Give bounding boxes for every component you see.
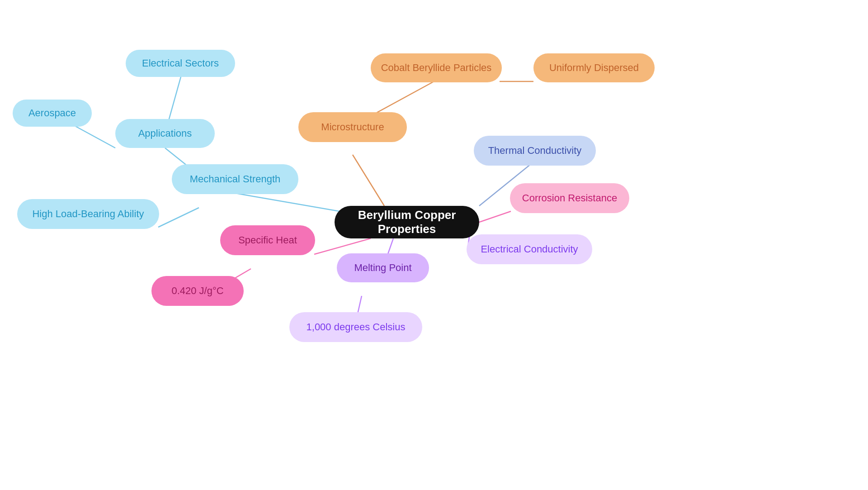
high-load-label: High Load-Bearing Ability: [32, 208, 144, 220]
svg-line-5: [353, 155, 384, 206]
mechanical-strength-label: Mechanical Strength: [190, 173, 281, 185]
center-label: Beryllium Copper Properties: [344, 208, 470, 236]
electrical-conductivity-label: Electrical Conductivity: [481, 243, 578, 255]
specific-heat-label: Specific Heat: [238, 234, 297, 246]
melting-point-value-node[interactable]: 1,000 degrees Celsius: [289, 312, 422, 342]
electrical-conductivity-node[interactable]: Electrical Conductivity: [467, 234, 592, 264]
thermal-conductivity-label: Thermal Conductivity: [488, 145, 582, 157]
electrical-sectors-node[interactable]: Electrical Sectors: [126, 50, 235, 77]
specific-heat-value-node[interactable]: 0.420 J/g°C: [151, 276, 244, 306]
specific-heat-value-label: 0.420 J/g°C: [171, 285, 223, 297]
center-node[interactable]: Beryllium Copper Properties: [335, 206, 479, 238]
svg-line-9: [479, 211, 511, 222]
electrical-sectors-label: Electrical Sectors: [142, 57, 219, 69]
specific-heat-node[interactable]: Specific Heat: [220, 225, 315, 255]
high-load-node[interactable]: High Load-Bearing Ability: [17, 199, 159, 229]
thermal-conductivity-node[interactable]: Thermal Conductivity: [474, 136, 596, 166]
microstructure-node[interactable]: Microstructure: [298, 112, 407, 142]
microstructure-label: Microstructure: [321, 121, 384, 133]
uniformly-dispersed-node[interactable]: Uniformly Dispersed: [533, 53, 655, 82]
cobalt-beryllide-node[interactable]: Cobalt Beryllide Particles: [371, 53, 502, 82]
cobalt-beryllide-label: Cobalt Beryllide Particles: [381, 62, 492, 74]
melting-point-value-label: 1,000 degrees Celsius: [307, 321, 406, 333]
aerospace-label: Aerospace: [28, 107, 76, 119]
svg-line-3: [75, 126, 115, 148]
svg-line-11: [314, 238, 371, 254]
melting-point-node[interactable]: Melting Point: [337, 253, 429, 282]
applications-node[interactable]: Applications: [115, 119, 215, 148]
corrosion-resistance-node[interactable]: Corrosion Resistance: [510, 183, 629, 213]
svg-line-4: [158, 208, 199, 227]
applications-label: Applications: [138, 128, 192, 139]
uniformly-dispersed-label: Uniformly Dispersed: [549, 62, 639, 74]
corrosion-resistance-label: Corrosion Resistance: [522, 192, 617, 204]
mechanical-strength-node[interactable]: Mechanical Strength: [172, 164, 298, 194]
aerospace-node[interactable]: Aerospace: [13, 100, 92, 127]
melting-point-label: Melting Point: [354, 262, 411, 274]
